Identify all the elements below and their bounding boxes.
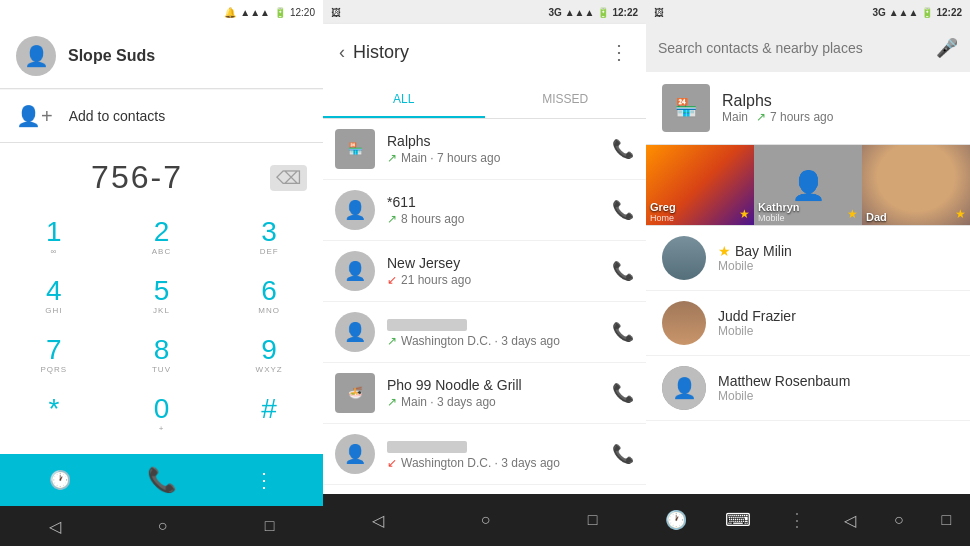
list-item[interactable]: 👤 New Jersey ↙ 21 hours ago 📞	[323, 241, 646, 302]
key-9[interactable]: 9 WXYZ	[215, 326, 323, 385]
bay-name: ★Bay Milin	[718, 243, 792, 259]
call-button-pho[interactable]: 📞	[612, 382, 634, 404]
list-item[interactable]: 🍜 Pho 99 Noodle & Grill ↗ Main · 3 days …	[323, 363, 646, 424]
call-button-611[interactable]: 📞	[612, 199, 634, 221]
hist-avatar-611: 👤	[335, 190, 375, 230]
history-title: History	[353, 42, 409, 63]
outgoing-arrow-icon: ↗	[756, 110, 766, 124]
phone-time: 12:20	[290, 7, 315, 18]
hist-info-nj: New Jersey ↙ 21 hours ago	[387, 255, 600, 287]
home-button[interactable]: ○	[158, 517, 168, 535]
quick-contact-dad[interactable]: Dad ★	[862, 145, 970, 225]
quick-contact-greg[interactable]: Greg Home ★	[646, 145, 754, 225]
more-options-contacts[interactable]: ⋮	[788, 509, 806, 531]
hist-info-ralphs: Ralphs ↗ Main · 7 hours ago	[387, 133, 600, 165]
outgoing-call-icon: ↗	[387, 334, 397, 348]
call-button-wdc1[interactable]: 📞	[612, 321, 634, 343]
call-button-wdc2[interactable]: 📞	[612, 443, 634, 465]
list-item[interactable]: 👤 ↗ Washington D.C. · 3 days ago 📞	[323, 302, 646, 363]
bay-info: ★Bay Milin Mobile	[718, 243, 792, 273]
call-button[interactable]: 📞	[136, 454, 188, 506]
contacts-panel: 🖼 3G ▲▲▲ 🔋 12:22 🎤 🏪 Ralphs Main ↗ 7 hou…	[646, 0, 970, 546]
list-item[interactable]: 👤 ↙ Washington D.C. · 3 days ago 📞	[323, 424, 646, 485]
list-item[interactable]: 🏪 Ralphs ↗ Main · 7 hours ago 📞	[323, 119, 646, 180]
status-left-icons: 🖼	[331, 7, 341, 18]
key-hash[interactable]: #	[215, 385, 323, 444]
tab-missed[interactable]: MISSED	[485, 80, 647, 118]
hist-avatar-ralphs: 🏪	[335, 129, 375, 169]
call-button-nj[interactable]: 📞	[612, 260, 634, 282]
add-contact-row[interactable]: 👤+ Add to contacts	[0, 90, 323, 143]
more-options-button[interactable]: ⋮	[609, 40, 630, 64]
history-title-row: ‹ History	[339, 42, 409, 63]
contacts-list: ★Bay Milin Mobile Judd Frazier Mobile 👤 …	[646, 226, 970, 494]
more-options-icon[interactable]: ⋮	[254, 468, 274, 492]
search-input[interactable]	[658, 40, 928, 56]
outgoing-call-icon: ↗	[387, 395, 397, 409]
back-button[interactable]: ◁	[49, 517, 61, 536]
hist-avatar-pho: 🍜	[335, 373, 375, 413]
contacts-bottom-bar: 🕐 ⌨ ⋮ ◁ ○ □	[646, 494, 970, 546]
recents-button-hist[interactable]: □	[588, 511, 598, 529]
matthew-sub: Mobile	[718, 389, 850, 403]
key-7[interactable]: 7 PQRS	[0, 326, 108, 385]
tab-all[interactable]: ALL	[323, 80, 485, 118]
signal-bars-contacts: ▲▲▲	[889, 7, 919, 18]
recents-button[interactable]: □	[265, 517, 275, 535]
key-5[interactable]: 5 JKL	[108, 267, 216, 326]
recents-button-contacts[interactable]: □	[941, 511, 951, 529]
key-3[interactable]: 3 DEF	[215, 208, 323, 267]
bay-star-icon: ★	[718, 243, 731, 259]
phone-status-icons: 🔔 ▲▲▲ 🔋 12:20	[224, 7, 315, 18]
hist-time: 12:22	[612, 7, 638, 18]
contact-item-judd[interactable]: Judd Frazier Mobile	[646, 291, 970, 356]
contacts-status-left: 🖼	[654, 7, 664, 18]
list-item[interactable]: 👤 *611 ↗ 8 hours ago 📞	[323, 180, 646, 241]
key-6[interactable]: 6 MNO	[215, 267, 323, 326]
notification-icon: 🔔	[224, 7, 236, 18]
clock-icon[interactable]: 🕐	[49, 469, 71, 491]
hist-name: New Jersey	[387, 255, 600, 271]
judd-info: Judd Frazier Mobile	[718, 308, 796, 338]
key-4[interactable]: 4 GHI	[0, 267, 108, 326]
quick-contact-kathryn[interactable]: 👤 Kathryn Mobile ★	[754, 145, 862, 225]
hist-avatar-wdc2: 👤	[335, 434, 375, 474]
featured-contact[interactable]: 🏪 Ralphs Main ↗ 7 hours ago	[646, 72, 970, 145]
matthew-name: Matthew Rosenbaum	[718, 373, 850, 389]
contact-item-bay[interactable]: ★Bay Milin Mobile	[646, 226, 970, 291]
network-type-contacts: 3G	[872, 7, 885, 18]
judd-name: Judd Frazier	[718, 308, 796, 324]
key-0[interactable]: 0 +	[108, 385, 216, 444]
back-chevron-icon[interactable]: ‹	[339, 42, 345, 63]
greg-label: Greg Home	[650, 201, 676, 223]
history-tabs: ALL MISSED	[323, 80, 646, 119]
hist-info-611: *611 ↗ 8 hours ago	[387, 194, 600, 226]
key-2[interactable]: 2 ABC	[108, 208, 216, 267]
key-8[interactable]: 8 TUV	[108, 326, 216, 385]
history-panel: 🖼 3G ▲▲▲ 🔋 12:22 ‹ History ⋮ ALL MISSED …	[323, 0, 646, 546]
history-tab-icon[interactable]: 🕐	[665, 509, 687, 531]
hist-sub: ↗ 8 hours ago	[387, 212, 600, 226]
mic-icon[interactable]: 🎤	[936, 37, 958, 59]
backspace-button[interactable]: ⌫	[270, 165, 307, 191]
missed-call-icon: ↙	[387, 456, 397, 470]
home-button-contacts[interactable]: ○	[894, 511, 904, 529]
contacts-status-right: 3G ▲▲▲ 🔋 12:22	[872, 7, 962, 18]
back-button-hist[interactable]: ◁	[372, 511, 384, 530]
hist-name	[387, 438, 600, 454]
key-star[interactable]: *	[0, 385, 108, 444]
history-status-bar: 🖼 3G ▲▲▲ 🔋 12:22	[323, 0, 646, 24]
image-icon: 🖼	[331, 7, 341, 18]
dialpad-icon[interactable]: ⌨	[725, 509, 751, 531]
greg-star-icon: ★	[739, 207, 750, 221]
call-button-ralphs[interactable]: 📞	[612, 138, 634, 160]
keypad: 1 ∞ 2 ABC 3 DEF 4 GHI 5 JKL 6 MNO	[0, 204, 323, 448]
contact-item-matthew[interactable]: 👤 Matthew Rosenbaum Mobile	[646, 356, 970, 421]
key-1[interactable]: 1 ∞	[0, 208, 108, 267]
back-button-contacts[interactable]: ◁	[844, 511, 856, 530]
bay-avatar	[662, 236, 706, 280]
contacts-search-bar: 🎤	[646, 24, 970, 72]
phone-nav-bar: ◁ ○ □	[0, 506, 323, 546]
hist-sub: ↗ Washington D.C. · 3 days ago	[387, 334, 600, 348]
home-button-hist[interactable]: ○	[481, 511, 491, 529]
